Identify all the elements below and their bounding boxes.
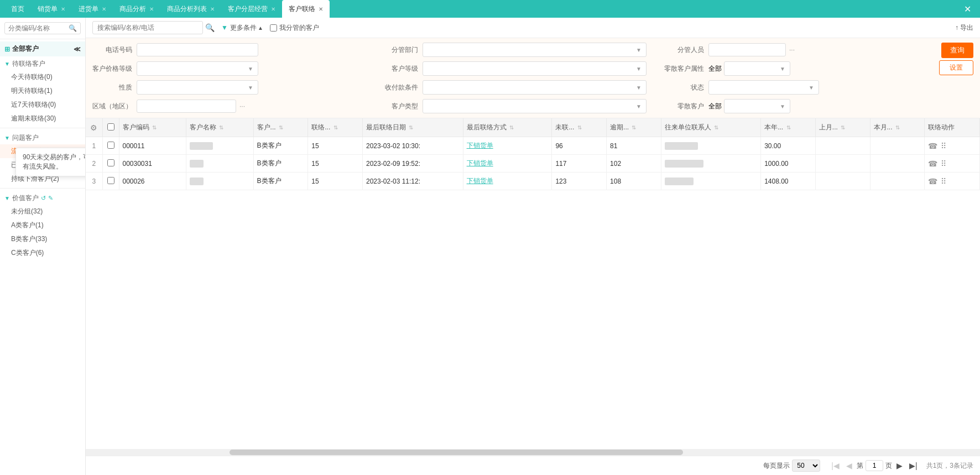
edit-icon[interactable]: ✎ — [48, 195, 53, 202]
tab-sales-close[interactable]: ✕ — [61, 6, 65, 12]
filter-price-grade-select[interactable]: ▼ — [137, 61, 258, 76]
th-type[interactable]: 客户... ⇅ — [253, 118, 308, 137]
sidebar-item-a-class[interactable]: A类客户(1) — [0, 218, 85, 232]
row-checkbox-input-2[interactable] — [107, 159, 114, 166]
settings-gear-icon[interactable]: ⚙ — [90, 123, 97, 132]
th-code[interactable]: 客户编码 ⇅ — [119, 118, 186, 137]
section-pending-contact[interactable]: ▼ 待联络客户 — [0, 56, 85, 70]
filter-manager-input[interactable] — [708, 43, 786, 56]
filter-search-button[interactable]: 🔍 — [205, 23, 215, 32]
settings-button[interactable]: 设置 — [939, 60, 973, 75]
th-uncontacted[interactable]: 未联... ⇅ — [552, 118, 607, 137]
tab-customer-contact-close[interactable]: ✕ — [319, 6, 323, 12]
tab-analysis[interactable]: 商品分析 ✕ — [113, 0, 160, 18]
filter-region-field: 区域（地区） ··· — [92, 100, 361, 113]
my-customers-checkbox-label[interactable]: 我分管的客户 — [270, 23, 319, 33]
th-name[interactable]: 客户名称 ⇅ — [186, 118, 254, 137]
filter-retail-attr-select[interactable]: ▼ — [724, 61, 790, 76]
more-icon-3[interactable]: ⠿ — [941, 177, 946, 186]
sidebar-item-c-class[interactable]: C类客户(6) — [0, 246, 85, 260]
export-button[interactable]: ↑ 导出 — [955, 23, 973, 33]
tab-home[interactable]: 首页 — [4, 0, 31, 18]
sidebar-item-b-class[interactable]: B类客户(33) — [0, 232, 85, 246]
th-last-date[interactable]: 最后联络日期 ⇅ — [362, 118, 463, 137]
all-customers-header[interactable]: ⊞ 全部客户 ≪ — [0, 41, 85, 56]
page-first-button[interactable]: |◀ — [829, 460, 842, 471]
filter-customer-grade-select[interactable]: ▼ — [423, 61, 647, 76]
sidebar-item-tomorrow[interactable]: 明天待联络(1) — [0, 84, 85, 98]
tab-analysis-list-close[interactable]: ✕ — [210, 6, 215, 12]
my-customers-checkbox[interactable] — [270, 24, 277, 32]
th-overdue[interactable]: 逾期... ⇅ — [607, 118, 661, 137]
divider-2 — [0, 188, 85, 189]
row-checkbox-2[interactable] — [102, 155, 119, 173]
tab-home-label: 首页 — [11, 4, 24, 14]
sidebar-item-churned[interactable]: 已流失客户(24) — [0, 158, 85, 172]
query-button[interactable]: 查询 — [941, 43, 973, 58]
sidebar-item-7days[interactable]: 近7天待联络(0) — [0, 98, 85, 112]
window-close-button[interactable]: ✕ — [960, 4, 976, 14]
tab-purchase[interactable]: 进货单 ✕ — [72, 0, 113, 18]
sidebar-item-overdue[interactable]: 逾期未联络(30) — [0, 112, 85, 126]
contact-icon-1[interactable]: ☎ — [928, 142, 937, 150]
section-value-customers[interactable]: ▼ 价值客户 ↺ ✎ — [0, 191, 85, 205]
filter-status-select[interactable]: ▼ — [708, 80, 819, 95]
sidebar-item-unclassified[interactable]: 未分组(32) — [0, 205, 85, 218]
link-method-1[interactable]: 下销货单 — [467, 142, 493, 149]
sidebar-item-churn-warning[interactable]: 流失预警客户(3) ⚠ — [0, 144, 85, 158]
page-next-button[interactable]: ▶ — [894, 460, 905, 471]
filter-payment-select[interactable]: ▼ — [423, 80, 647, 95]
sort-icon-this-month: ⇅ — [895, 124, 900, 131]
row-checkbox-1[interactable] — [102, 137, 119, 155]
sidebar-item-declining[interactable]: 持续下滑客户(2) — [0, 172, 85, 186]
filter-retail-select[interactable]: ▼ — [724, 99, 790, 113]
row-last-method-1[interactable]: 下销货单 — [463, 137, 552, 155]
tab-analysis-close[interactable]: ✕ — [149, 6, 154, 12]
more-icon-1[interactable]: ⠿ — [941, 142, 946, 150]
th-unit-contacts[interactable]: 往来单位联系人 ⇅ — [661, 118, 760, 137]
refresh-icon[interactable]: ↺ — [41, 195, 46, 202]
th-last-month[interactable]: 上月... ⇅ — [815, 118, 870, 137]
sidebar-item-today[interactable]: 今天待联络(0) — [0, 70, 85, 84]
tab-purchase-close[interactable]: ✕ — [102, 6, 106, 12]
filter-search-input[interactable] — [92, 21, 203, 34]
select-all-checkbox[interactable] — [107, 123, 114, 131]
row-last-method-2[interactable]: 下销货单 — [463, 155, 552, 173]
per-page-select[interactable]: 50 20 100 — [792, 460, 820, 472]
contact-icon-2[interactable]: ☎ — [928, 159, 937, 168]
tab-analysis-list[interactable]: 商品分析列表 ✕ — [160, 0, 221, 18]
row-checkbox-input-1[interactable] — [107, 142, 114, 149]
tab-customer-contact[interactable]: 客户联络 ✕ — [282, 0, 330, 18]
more-icon-2[interactable]: ⠿ — [941, 159, 946, 168]
horizontal-scrollbar[interactable] — [86, 449, 980, 456]
th-this-month[interactable]: 本月... ⇅ — [870, 118, 925, 137]
page-last-button[interactable]: ▶| — [907, 460, 920, 471]
tab-customer-seg[interactable]: 客户分层经营 ✕ — [221, 0, 282, 18]
th-settings[interactable]: ⚙ — [86, 118, 102, 137]
table-row: 3 000026 ██ B类客户 15 2023-02-03 11:12: 下销… — [86, 173, 980, 190]
footer-page-size: 每页显示 50 20 100 — [763, 460, 822, 472]
th-contacts[interactable]: 联络... ⇅ — [308, 118, 363, 137]
link-method-2[interactable]: 下销货单 — [467, 159, 493, 167]
tab-customer-seg-close[interactable]: ✕ — [271, 6, 275, 12]
page-prev-button[interactable]: ◀ — [844, 460, 854, 471]
th-checkbox[interactable] — [102, 118, 119, 137]
link-method-3[interactable]: 下销货单 — [467, 177, 493, 185]
filter-dept-select[interactable]: ▼ — [423, 43, 647, 57]
contact-icon-3[interactable]: ☎ — [928, 177, 937, 186]
row-checkbox-input-3[interactable] — [107, 177, 114, 184]
row-checkbox-3[interactable] — [102, 173, 119, 190]
filter-phone-input[interactable] — [137, 43, 258, 56]
th-last-method[interactable]: 最后联络方式 ⇅ — [463, 118, 552, 137]
filter-customer-type-select[interactable]: ▼ — [423, 99, 647, 113]
tab-sales[interactable]: 销货单 ✕ — [31, 0, 72, 18]
sidebar-item-tomorrow-label: 明天待联络(1) — [11, 86, 53, 96]
filter-gender-select[interactable]: ▼ — [137, 80, 258, 95]
row-last-method-3[interactable]: 下销货单 — [463, 173, 552, 190]
page-input[interactable] — [866, 460, 883, 471]
section-problem-customers[interactable]: ▼ 问题客户 — [0, 131, 85, 144]
th-this-year[interactable]: 本年... ⇅ — [761, 118, 816, 137]
filter-region-input[interactable] — [137, 100, 236, 113]
scrollbar-thumb[interactable] — [230, 450, 683, 455]
more-conditions-button[interactable]: ▼ 更多条件 ▲ — [221, 23, 263, 33]
